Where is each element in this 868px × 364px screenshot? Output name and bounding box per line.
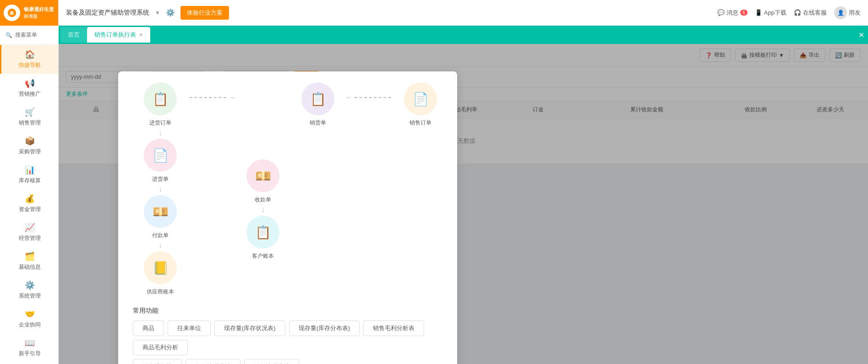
customer-ledger-icon: 📋: [255, 225, 271, 240]
supplier-ledger-label: 供应商账本: [147, 288, 174, 296]
sidebar-item-operation[interactable]: 📈 经营管理: [0, 218, 58, 247]
tab-home[interactable]: 首页: [60, 27, 87, 43]
h-arrow-left: →: [188, 93, 235, 102]
sales-icon: 🛒: [25, 107, 35, 117]
sidebar-item-basic-info[interactable]: 🗂️ 基础信息: [0, 247, 58, 276]
tabbar: 首页 销售订单执行表 ✕ ✕: [59, 26, 868, 44]
content-area: ❓ 帮助 🖨️ 按模板打印 ▼ 📤 导出 🔄 刷新: [59, 44, 868, 364]
purchase-bill-label: 进货单: [152, 175, 169, 183]
supplier-ledger-circle: 📒: [144, 251, 177, 284]
receipt-bill-label: 收款单: [255, 196, 271, 204]
guide-icon: 📖: [25, 338, 35, 348]
search-icon: 🔍: [5, 32, 12, 38]
flow-receipt-bill: 💴 收款单: [235, 159, 290, 204]
sidebar-search: 🔍 搜索菜单: [0, 26, 58, 45]
message-icon: 💬: [717, 9, 725, 16]
purchase-icon: 📦: [25, 136, 35, 146]
flow-diagram: 📋 进货订单 ↓ 📄 进货单 ↓: [133, 82, 442, 296]
flow-customer-ledger: 📋 客户账本: [235, 216, 290, 260]
sales-order-circle: 📄: [404, 82, 437, 115]
middle-left-col: 💴 收款单 ↓ 📋 客户账本: [235, 82, 290, 260]
tab-close-icon[interactable]: ✕: [139, 32, 143, 38]
message-item[interactable]: 💬 消息 6: [717, 9, 748, 17]
payment-bill-label: 付款单: [152, 232, 169, 239]
sales-order-label: 销售订单: [409, 119, 431, 127]
sidebar-item-quick-nav[interactable]: 🏠 快捷导航: [0, 45, 58, 74]
sidebar-logo: 康 畅康通好生意 标准版: [0, 0, 58, 26]
marketing-icon: 📢: [25, 78, 35, 88]
main-area: 装备及固定资产辅助管理系统 ▼ ⚙️ 体验行业方案 💬 消息 6 📱 App下载…: [59, 0, 868, 364]
btn-stock-status[interactable]: 现存量(库存状况表): [214, 321, 285, 336]
download-icon: 📱: [755, 9, 762, 16]
sidebar-item-enterprise[interactable]: 🤝 企业协同: [0, 304, 58, 333]
payment-bill-icon: 💴: [153, 204, 169, 219]
logo-icon: 康: [4, 5, 20, 21]
common-functions-section: 常用功能 商品 往来单位 现存量(库存状况表) 现存量(库存分布表) 销售毛利分…: [133, 307, 442, 364]
system-icon: ⚙️: [25, 280, 35, 290]
common-functions-buttons-2: 销售排行榜 收款情况统计 付款情况统计: [133, 359, 442, 364]
inventory-icon: 📊: [25, 165, 35, 175]
sidebar-item-purchase[interactable]: 📦 采购管理: [0, 131, 58, 160]
receipt-bill-icon: 💴: [255, 168, 271, 184]
flow-sales-bill: 📋 销货单: [290, 82, 345, 127]
window-close-button[interactable]: ✕: [858, 31, 864, 39]
btn-stock-dist[interactable]: 现存量(库存分布表): [289, 321, 360, 336]
sidebar-item-marketing[interactable]: 📢 营销推广: [0, 74, 58, 103]
btn-sales-rank[interactable]: 销售排行榜: [133, 359, 182, 364]
avatar: 👤: [834, 6, 847, 19]
receipt-col: 💴 收款单 ↓ 📋 客户账本: [235, 159, 290, 260]
service-icon: 🎧: [794, 9, 801, 16]
btn-receipt-stats[interactable]: 收款情况统计: [186, 359, 240, 364]
search-menu-button[interactable]: 🔍 搜索菜单: [4, 29, 55, 41]
app-download-item[interactable]: 📱 App下载: [755, 9, 786, 17]
sidebar-item-finance[interactable]: 💰 资金管理: [0, 189, 58, 218]
flow-sales-order: 📄 销售订单: [393, 82, 448, 127]
svg-text:康: 康: [9, 11, 14, 16]
btn-product[interactable]: 商品: [133, 321, 164, 336]
logo-text: 畅康通好生意: [24, 6, 54, 13]
quick-nav-icon: 🏠: [25, 49, 35, 60]
arrow-down-3: ↓: [158, 241, 162, 250]
purchase-order-label: 进货订单: [149, 119, 171, 127]
system-title: 装备及固定资产辅助管理系统: [66, 9, 149, 17]
sidebar-item-sales[interactable]: 🛒 销售管理: [0, 103, 58, 131]
customer-ledger-circle: 📋: [246, 216, 279, 249]
right-part: 📋 销货单 ← 📄: [290, 82, 448, 127]
h-arrow-right: ←: [345, 93, 393, 102]
sales-bill-label: 销货单: [310, 119, 326, 127]
sidebar-nav: 🏠 快捷导航 📢 营销推广 🛒 销售管理 📦 采购管理 📊 库存核算 💰: [0, 45, 58, 364]
sidebar-item-system[interactable]: ⚙️ 系统管理: [0, 276, 58, 304]
purchase-order-icon: 📋: [153, 92, 169, 107]
receipt-bill-circle: 💴: [246, 159, 279, 192]
common-functions-buttons: 商品 往来单位 现存量(库存状况表) 现存量(库存分布表) 销售毛利分析表 商品…: [133, 321, 442, 355]
flow-modal: 📋 进货订单 ↓ 📄 进货单 ↓: [118, 71, 457, 364]
arrow-down-1: ↓: [158, 129, 162, 137]
sidebar: 康 畅康通好生意 标准版 🔍 搜索菜单 🏠 快捷导航 📢 营销推广: [0, 0, 59, 364]
arrow-down-5: ↓: [261, 206, 265, 214]
sidebar-item-guide[interactable]: 📖 新手引导: [0, 333, 58, 362]
topbar-right: 💬 消息 6 📱 App下载 🎧 在线客服 👤 用友: [717, 6, 861, 19]
user-item[interactable]: 👤 用友: [834, 6, 861, 19]
operation-icon: 📈: [25, 223, 35, 233]
finance-icon: 💰: [25, 194, 35, 204]
sidebar-item-inventory[interactable]: 📊 库存核算: [0, 160, 58, 189]
purchase-bill-circle: 📄: [144, 139, 177, 172]
customer-ledger-label: 客户账本: [252, 252, 274, 260]
flow-purchase-bill: 📄 进货单: [133, 139, 188, 183]
btn-payment-stats[interactable]: 付款情况统计: [244, 359, 299, 364]
tab-sales-order[interactable]: 销售订单执行表 ✕: [87, 27, 150, 43]
online-service-item[interactable]: 🎧 在线客服: [794, 9, 827, 17]
btn-sales-profit[interactable]: 销售毛利分析表: [363, 321, 424, 336]
sales-order-icon: 📄: [413, 92, 429, 107]
enterprise-icon: 🤝: [25, 309, 35, 319]
title-dropdown-icon[interactable]: ▼: [155, 10, 160, 16]
purchase-order-circle: 📋: [144, 82, 177, 115]
settings-icon[interactable]: ⚙️: [166, 8, 175, 17]
experience-btn[interactable]: 体验行业方案: [180, 6, 229, 20]
basic-info-icon: 🗂️: [25, 251, 35, 261]
sales-bill-icon: 📋: [310, 92, 326, 107]
flow-purchase-order: 📋 进货订单: [133, 82, 188, 127]
btn-partners[interactable]: 往来单位: [168, 321, 211, 336]
supplier-ledger-icon: 📒: [153, 261, 169, 276]
btn-product-profit[interactable]: 商品毛利分析: [133, 340, 188, 355]
